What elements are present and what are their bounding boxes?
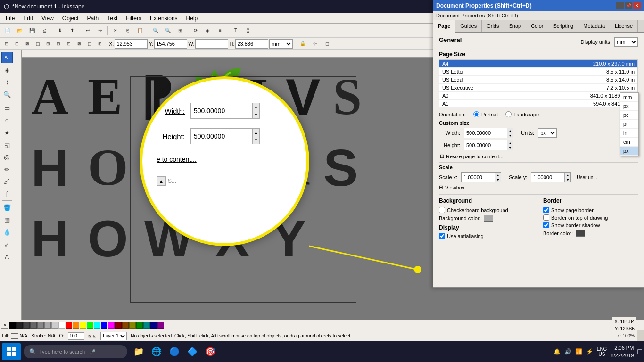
color-darkgray[interactable]	[16, 322, 23, 329]
mag-scroll-btn[interactable]: ▲	[157, 176, 166, 186]
border-shadow-checkbox[interactable]	[543, 222, 549, 228]
border-shadow-row[interactable]: Show border shadow	[543, 222, 638, 228]
color-navy[interactable]	[150, 322, 157, 329]
unit-px[interactable]: px	[620, 102, 638, 111]
menu-path[interactable]: Path	[83, 14, 103, 23]
snap-btn6[interactable]: ⊟	[54, 39, 63, 49]
taskbar-search-box[interactable]: 🔍 Type here to search 🎤	[24, 345, 127, 358]
custom-height-input[interactable]	[464, 140, 507, 150]
spiral-tool[interactable]: @	[1, 151, 13, 163]
color-blue[interactable]	[101, 322, 107, 329]
unit-px2[interactable]: px	[620, 147, 638, 156]
color-magenta[interactable]	[108, 322, 115, 329]
show-border-row[interactable]: Show page border	[543, 207, 638, 213]
menu-file[interactable]: File	[2, 14, 18, 23]
tab-guides[interactable]: Guides	[455, 20, 482, 32]
unit-in[interactable]: in	[620, 129, 638, 138]
nodes-button[interactable]: ◈	[202, 25, 214, 36]
print-button[interactable]: 🖨	[39, 25, 50, 36]
snap-btn9[interactable]: ◫	[85, 39, 94, 49]
width-spin-down[interactable]: ▼	[507, 133, 513, 138]
3d-tool[interactable]: ◱	[1, 139, 13, 150]
snap-btn5[interactable]: ⊞	[43, 39, 53, 49]
layer-select[interactable]: Layer 1	[100, 332, 127, 340]
rect-tool[interactable]: ▭	[1, 102, 13, 114]
landscape-option[interactable]: Landscape	[505, 111, 539, 117]
scale-y-down[interactable]: ▼	[565, 177, 570, 182]
scale-y-input[interactable]	[531, 173, 564, 182]
show-border-checkbox[interactable]	[543, 207, 549, 213]
snap-btn2[interactable]: ⊡	[12, 39, 22, 49]
doc-panel-close[interactable]: ✕	[633, 2, 641, 9]
mag-height-up[interactable]: ▲	[253, 129, 259, 136]
opacity-input[interactable]	[68, 332, 84, 340]
portrait-option[interactable]: Portrait	[473, 111, 498, 117]
units-select[interactable]: mm	[269, 39, 293, 49]
menu-view[interactable]: View	[38, 14, 58, 23]
color-teal[interactable]	[143, 322, 150, 329]
tab-grids[interactable]: Grids	[482, 20, 504, 32]
gradient-tool[interactable]: ▦	[1, 214, 13, 225]
border-on-top-row[interactable]: Border on top of drawing	[543, 214, 638, 221]
snap-btn4[interactable]: ◫	[33, 39, 42, 49]
units-select2[interactable]: pxmminptcm	[538, 128, 557, 138]
color-cyan[interactable]	[94, 322, 100, 329]
zoom-tool[interactable]: 🔍	[1, 89, 13, 100]
save-button[interactable]: 💾	[26, 25, 38, 36]
snap-toggle[interactable]: ⊟	[2, 39, 11, 49]
pencil-tool[interactable]: ✏	[1, 164, 13, 175]
antialiasing-checkbox[interactable]	[439, 233, 445, 239]
scale-x-input[interactable]	[462, 173, 495, 182]
color-orange[interactable]	[73, 322, 79, 329]
y-input[interactable]	[154, 39, 187, 49]
color-gray1[interactable]	[23, 322, 30, 329]
unit-cm[interactable]: cm	[620, 138, 638, 147]
ps-us-letter[interactable]: US Letter 8.5 x 11.0 in	[439, 68, 637, 76]
mag-width-up[interactable]: ▲	[253, 103, 259, 111]
color-gray2[interactable]	[30, 322, 37, 329]
tab-scripting[interactable]: Scripting	[548, 20, 578, 32]
copy-button[interactable]: ⎘	[122, 25, 133, 36]
scale-y-up[interactable]: ▲	[565, 173, 570, 177]
snap-btn10[interactable]: ⊞	[95, 39, 105, 49]
redo-button[interactable]: ↪	[94, 25, 106, 36]
color-white[interactable]	[58, 322, 65, 329]
transform-handles-btn[interactable]: ⊹	[309, 38, 321, 49]
height-spin-down[interactable]: ▼	[507, 145, 513, 150]
fill-swatch[interactable]	[11, 333, 18, 339]
taskbar-ie[interactable]: 🔵	[166, 343, 183, 360]
paint-bucket-tool[interactable]: 🪣	[1, 202, 13, 213]
custom-width-input[interactable]	[464, 128, 507, 138]
notification-btn[interactable]: □	[637, 347, 642, 356]
unit-pc[interactable]: pc	[620, 111, 638, 120]
taskbar-app5[interactable]: 🎯	[202, 343, 219, 360]
new-button[interactable]: 📄	[2, 25, 13, 36]
color-purple[interactable]	[157, 322, 164, 329]
paste-button[interactable]: 📋	[134, 25, 146, 36]
transform-button[interactable]: ⟳	[190, 25, 201, 36]
node-tool[interactable]: ◈	[1, 64, 13, 75]
mag-height-down[interactable]: ▼	[253, 136, 259, 144]
text-tool-btn[interactable]: T	[230, 25, 241, 36]
mag-width-down[interactable]: ▼	[253, 111, 259, 118]
display-units-select[interactable]: mmpxptincm	[614, 37, 638, 47]
scale-x-down[interactable]: ▼	[495, 177, 501, 182]
scale-x-up[interactable]: ▲	[495, 173, 501, 177]
lock-ratio-btn[interactable]: 🔒	[297, 38, 308, 49]
color-black[interactable]	[9, 322, 16, 329]
unit-pt[interactable]: pt	[620, 120, 638, 129]
pen-tool[interactable]: 🖊	[1, 176, 13, 187]
tab-page[interactable]: Page	[433, 20, 455, 33]
ps-us-executive[interactable]: US Executive 7.2 x 10.5 in	[439, 84, 637, 92]
color-darkred[interactable]	[115, 322, 122, 329]
tab-metadata[interactable]: Metadata	[578, 20, 610, 32]
zoom-in-button[interactable]: 🔍	[150, 25, 161, 36]
w-input[interactable]	[195, 39, 228, 49]
select-tool[interactable]: ↖	[1, 52, 13, 63]
mag-resize-link[interactable]: e to content...	[157, 156, 292, 163]
doc-panel-pin[interactable]: 📌	[625, 2, 632, 9]
xml-editor-btn[interactable]: ⟨⟩	[242, 25, 254, 36]
circle-tool[interactable]: ○	[1, 115, 13, 126]
doc-panel-min[interactable]: ─	[616, 2, 624, 9]
zoom-out-button[interactable]: 🔍	[162, 25, 173, 36]
